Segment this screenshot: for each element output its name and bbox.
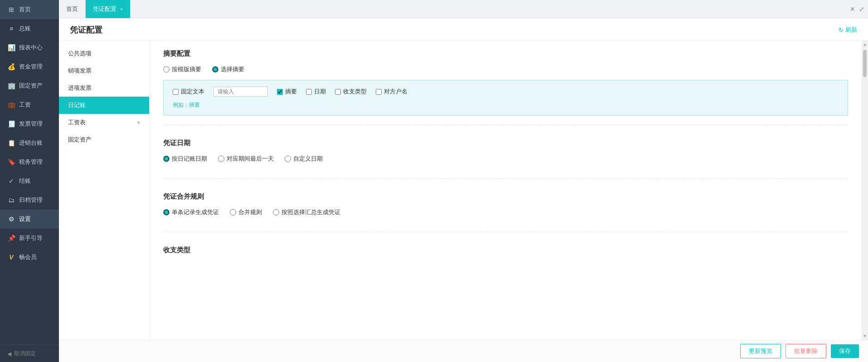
radio-select-summary[interactable]: 选择摘要 xyxy=(212,65,244,73)
checkbox-income-type-input[interactable] xyxy=(335,89,341,95)
summary-example: 例如：摘要 xyxy=(173,101,839,109)
sidebar-item-guide[interactable]: 📌 新手引导 xyxy=(0,229,59,248)
radio-single-record[interactable]: 单条记录生成凭证 xyxy=(163,208,219,216)
merge-radio-group: 单条记录生成凭证 合并规则 按照选择汇总生成凭证 xyxy=(163,208,848,216)
checkbox-counterpart-input[interactable] xyxy=(376,89,382,95)
sidebar-item-ledger[interactable]: ≡ 总账 xyxy=(0,19,59,38)
checkbox-date[interactable]: 日期 xyxy=(306,88,326,96)
sidebar-unpin-button[interactable]: ◀ 取消固定 xyxy=(0,345,59,362)
sidebar: ⊞ 首页 ≡ 总账 📊 报表中心 💰 资金管理 🏢 固定资产 💼 工资 🧾 发票… xyxy=(0,0,59,362)
window-resize-icon[interactable]: ⤢ xyxy=(859,5,864,13)
content-area: 公共选项 销项发票 进项发票 日记账 工资表 ▾ 固定资产 xyxy=(59,40,868,340)
tab-close-button[interactable]: × xyxy=(120,6,123,12)
nav-public[interactable]: 公共选项 xyxy=(59,45,149,62)
vip-icon: V xyxy=(7,254,15,261)
payroll-chevron-icon: ▾ xyxy=(137,120,140,126)
save-button[interactable]: 保存 xyxy=(831,344,859,358)
checkbox-date-input[interactable] xyxy=(306,89,312,95)
nav-fixed-asset[interactable]: 固定资产 xyxy=(59,131,149,148)
section-voucher-date: 凭证日期 按日记账日期 对应期间最后一天 xyxy=(163,139,848,179)
ledger-icon: ≡ xyxy=(7,25,15,32)
scroll-down-arrow[interactable]: ▼ xyxy=(862,332,868,340)
scroll-thumb[interactable] xyxy=(863,50,867,77)
checkbox-fixed-text-input[interactable] xyxy=(173,89,179,95)
section-date-title: 凭证日期 xyxy=(163,139,848,147)
date-radio-group: 按日记账日期 对应期间最后一天 自定义日期 xyxy=(163,155,848,163)
pin-icon: ◀ xyxy=(7,351,11,357)
radio-merge-rule[interactable]: 合并规则 xyxy=(230,208,262,216)
window-close-icon[interactable]: ✕ xyxy=(850,5,855,13)
sidebar-item-report[interactable]: 📊 报表中心 xyxy=(0,38,59,57)
radio-journal-date[interactable]: 按日记账日期 xyxy=(163,155,207,163)
nav-journal[interactable]: 日记账 xyxy=(59,97,149,114)
tab-bar: 首页 凭证配置 × ✕ ⤢ xyxy=(59,0,868,18)
checkbox-income-type[interactable]: 收支类型 xyxy=(335,88,367,96)
home-icon: ⊞ xyxy=(7,6,15,13)
fixed-text-input[interactable] xyxy=(213,87,268,97)
radio-single-input[interactable] xyxy=(163,209,170,215)
trade-icon: 📋 xyxy=(7,139,15,147)
scroll-up-arrow[interactable]: ▲ xyxy=(862,40,868,48)
summary-checkbox-area: 固定文本 摘要 日期 xyxy=(163,80,848,116)
radio-custom-date[interactable]: 自定义日期 xyxy=(285,155,323,163)
radio-select-input[interactable] xyxy=(212,66,218,73)
sidebar-item-vip[interactable]: V 畅会员 xyxy=(0,248,59,267)
sidebar-item-settings[interactable]: ⚙ 设置 xyxy=(0,210,59,229)
page-header: 凭证配置 ↻ 刷新 xyxy=(59,18,868,40)
radio-journal-date-input[interactable] xyxy=(163,156,170,162)
radio-custom-date-input[interactable] xyxy=(285,156,291,162)
sidebar-item-tax[interactable]: 🔖 税务管理 xyxy=(0,152,59,171)
report-icon: 📊 xyxy=(7,44,15,51)
sidebar-item-archive[interactable]: 🗂 归档管理 xyxy=(0,191,59,210)
radio-summary-generate[interactable]: 按照选择汇总生成凭证 xyxy=(273,208,340,216)
left-nav: 公共选项 销项发票 进项发票 日记账 工资表 ▾ 固定资产 xyxy=(59,40,150,340)
radio-template-summary[interactable]: 按模版摘要 xyxy=(163,65,201,73)
checkbox-abstract[interactable]: 摘要 xyxy=(277,88,297,96)
settings-icon: ⚙ xyxy=(7,215,15,223)
update-preview-button[interactable]: 更新预览 xyxy=(740,344,781,358)
archive-icon: 🗂 xyxy=(7,196,15,204)
bottom-action-bar: 更新预览 批量删除 保存 xyxy=(59,340,868,362)
nav-sales-invoice[interactable]: 销项发票 xyxy=(59,62,149,79)
section-merge-rules: 凭证合并规则 单条记录生成凭证 合并规则 xyxy=(163,192,848,232)
sidebar-item-fund[interactable]: 💰 资金管理 xyxy=(0,57,59,76)
checkbox-abstract-input[interactable] xyxy=(277,89,283,95)
nav-payroll[interactable]: 工资表 ▾ xyxy=(59,114,149,131)
radio-template-input[interactable] xyxy=(163,66,170,73)
sidebar-item-trade[interactable]: 📋 进销台账 xyxy=(0,133,59,152)
batch-delete-button[interactable]: 批量删除 xyxy=(786,344,826,358)
sidebar-item-asset[interactable]: 🏢 固定资产 xyxy=(0,76,59,95)
checkbox-counterpart[interactable]: 对方户名 xyxy=(376,88,407,96)
tab-home[interactable]: 首页 xyxy=(59,0,86,18)
radio-summary-input[interactable] xyxy=(273,209,279,215)
invoice-icon: 🧾 xyxy=(7,120,15,127)
checkout-icon: ✓ xyxy=(7,177,15,185)
checkbox-items-row: 固定文本 摘要 日期 xyxy=(173,87,839,97)
sidebar-item-invoice[interactable]: 🧾 发票管理 xyxy=(0,114,59,133)
checkbox-fixed-text[interactable]: 固定文本 xyxy=(173,88,204,96)
radio-last-day-input[interactable] xyxy=(218,156,224,162)
guide-icon: 📌 xyxy=(7,235,15,242)
asset-icon: 🏢 xyxy=(7,82,15,89)
nav-purchase-invoice[interactable]: 进项发票 xyxy=(59,79,149,97)
main-area: 首页 凭证配置 × ✕ ⤢ 凭证配置 ↻ 刷新 公共选项 销项发票 xyxy=(59,0,868,362)
right-content: 摘要配置 按模版摘要 选择摘要 xyxy=(150,40,862,340)
tab-controls: ✕ ⤢ xyxy=(850,5,868,13)
refresh-button[interactable]: ↻ 刷新 xyxy=(839,26,857,34)
refresh-icon: ↻ xyxy=(839,27,844,34)
salary-icon: 💼 xyxy=(7,101,15,108)
section-income-type: 收支类型 xyxy=(163,246,848,271)
summary-radio-group: 按模版摘要 选择摘要 xyxy=(163,65,848,73)
page-title: 凭证配置 xyxy=(70,24,102,35)
section-income-title: 收支类型 xyxy=(163,246,848,254)
sidebar-item-checkout[interactable]: ✓ 结账 xyxy=(0,171,59,191)
scrollbar-track: ▲ ▼ xyxy=(862,40,868,340)
tab-voucher-config[interactable]: 凭证配置 × xyxy=(86,0,131,18)
section-merge-title: 凭证合并规则 xyxy=(163,192,848,201)
sidebar-item-salary[interactable]: 💼 工资 xyxy=(0,95,59,114)
section-summary: 摘要配置 按模版摘要 选择摘要 xyxy=(163,49,848,125)
radio-last-day[interactable]: 对应期间最后一天 xyxy=(218,155,274,163)
radio-merge-input[interactable] xyxy=(230,209,236,215)
sidebar-item-home[interactable]: ⊞ 首页 xyxy=(0,0,59,19)
fund-icon: 💰 xyxy=(7,63,15,70)
